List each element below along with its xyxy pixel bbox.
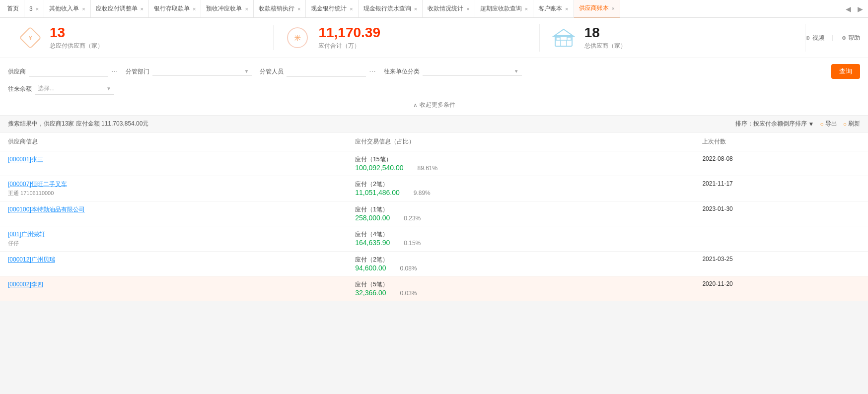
svg-text:米: 米 [294, 34, 301, 42]
wheat-icon: 米 [284, 24, 311, 52]
last-pay-cell [694, 226, 868, 252]
tab-overdue-ar[interactable]: 超期应收款查询 × [475, 0, 533, 18]
nav-prev-arrow[interactable]: ◀ [842, 0, 854, 18]
right-actions: 排序：按应付余额倒序排序 ▼ ○ 导出 ○ 刷新 [735, 120, 860, 128]
supplier-link[interactable]: [000100]本特勤油品有限公司 [8, 206, 85, 213]
supplier-link[interactable]: [000001]张三 [8, 156, 43, 163]
help-link[interactable]: ⊙ 帮助 [842, 34, 860, 42]
balance-placeholder: 选择... [38, 84, 55, 93]
sort-label[interactable]: 排序：按应付余额倒序排序 ▼ [735, 120, 814, 128]
dept-select[interactable]: ▼ [152, 67, 252, 76]
payable-percent: 0.03% [400, 290, 417, 297]
category-label: 往来单位分类 [384, 67, 420, 76]
payable-count: 应付（2笔） [355, 180, 686, 189]
supplier-link[interactable]: [001]广州荣轩 [8, 231, 45, 238]
main-content: 供应商信息 应付交易信息（占比） 上次付数 [000001]张三 应付（15笔）… [0, 132, 868, 394]
close-icon[interactable]: × [82, 6, 85, 12]
close-icon[interactable]: × [565, 6, 568, 12]
close-icon[interactable]: × [245, 6, 248, 12]
last-pay-date: 2020-11-20 [702, 280, 732, 287]
close-icon[interactable]: × [414, 6, 417, 12]
tab-customer-ledger[interactable]: 客户账本 × [533, 0, 574, 18]
summary-actions: ⊙ 视频 | ⊙ 帮助 [805, 34, 860, 42]
close-icon[interactable]: × [141, 6, 144, 12]
supplier-link[interactable]: [000012]广州贝瑞 [8, 256, 55, 263]
payable-amount: 258,000.00 [355, 214, 390, 222]
supplier-field: 供应商 ··· [8, 66, 118, 77]
supplier-link[interactable]: [000002]李四 [8, 281, 43, 288]
dept-field: 分管部门 ▼ [126, 67, 252, 76]
supplier-info-cell: [001]广州荣轩 仔仔 [0, 226, 347, 252]
supplier-more-icon[interactable]: ··· [111, 67, 118, 76]
payable-amount: 32,366.00 [355, 289, 386, 297]
payable-amount: 94,600.00 [355, 264, 386, 272]
close-icon[interactable]: × [36, 6, 39, 12]
category-select[interactable]: ▼ [423, 67, 522, 76]
svg-rect-6 [561, 40, 567, 46]
svg-rect-7 [556, 37, 560, 40]
person-input[interactable] [287, 66, 366, 77]
search-bar: 供应商 ··· 分管部门 ▼ 分管人员 ··· 往来单位分类 ▼ 查询 往来 [0, 58, 868, 116]
tab-cash-bank-stat[interactable]: 现金银行统计 × [306, 0, 358, 18]
collapse-button[interactable]: ∧ 收起更多条件 [413, 101, 455, 109]
top-navigation: 首页 3 × 其他收入单 × 应收应付调整单 × 银行存取款单 × 预收冲应收单… [0, 0, 868, 18]
last-pay-date: 2022-08-08 [702, 155, 732, 162]
category-field: 往来单位分类 ▼ [384, 67, 522, 76]
payable-amount: 11,051,486.00 [355, 189, 400, 197]
last-pay-cell: 2020-11-20 [694, 276, 868, 301]
nav-next-arrow[interactable]: ▶ [854, 0, 866, 18]
tab-receipt-exec[interactable]: 收款核销执行 × [254, 0, 306, 18]
close-icon[interactable]: × [297, 6, 300, 12]
supplier-input[interactable] [29, 66, 108, 77]
dept-chevron-icon: ▼ [244, 68, 249, 74]
payable-info-cell: 应付（5笔） 32,366.00 0.03% [347, 276, 694, 301]
tab-prepay-writeoff[interactable]: 预收冲应收单 × [201, 0, 253, 18]
payable-info-cell: 应付（1笔） 258,000.00 0.23% [347, 201, 694, 226]
payable-amount: 100,092,540.00 [355, 164, 403, 172]
person-more-icon[interactable]: ··· [369, 67, 375, 76]
export-button[interactable]: ○ 导出 [820, 120, 837, 128]
payable-supplier-label: 总应付供应商（家） [50, 42, 103, 50]
tab-home[interactable]: 首页 [2, 0, 24, 18]
close-icon[interactable]: × [350, 6, 353, 12]
supplier-label: 供应商 [8, 67, 26, 76]
supplier-link[interactable]: [000007]恒旺二手叉车 [8, 181, 67, 188]
tab-supplier-ledger[interactable]: 供应商账本 × [574, 0, 620, 18]
svg-rect-8 [567, 37, 571, 40]
payable-count: 应付（4笔） [355, 230, 686, 239]
last-pay-date: 2021-03-25 [702, 256, 732, 263]
payable-count: 应付（1笔） [355, 205, 686, 214]
table-row: [001]广州荣轩 仔仔 应付（4笔） 164,635.90 0.15% [0, 226, 868, 252]
balance-select[interactable]: 选择... ▼ [35, 83, 114, 95]
supplier-info-cell: [000002]李四 [0, 276, 347, 301]
export-icon: ○ [820, 121, 824, 128]
nav-arrows: ◀ ▶ [842, 0, 866, 18]
video-link[interactable]: ⊙ 视频 [805, 34, 824, 42]
close-icon[interactable]: × [466, 6, 469, 12]
close-icon[interactable]: × [193, 6, 196, 12]
tab-3[interactable]: 3 × [24, 0, 44, 18]
close-icon[interactable]: × [612, 5, 615, 11]
refresh-button[interactable]: ○ 刷新 [843, 120, 860, 128]
svg-text:¥: ¥ [28, 34, 32, 42]
summary-card-payable-suppliers: ¥ 13 总应付供应商（家） [8, 25, 274, 50]
supplier-sub-info: 仔仔 [8, 240, 339, 247]
store-icon [550, 24, 578, 52]
table-row: [000012]广州贝瑞 应付（2笔） 94,600.00 0.08% 2021… [0, 252, 868, 276]
payable-supplier-count: 13 [50, 26, 103, 40]
summary-card-total-amount: 米 11,170.39 应付合计（万） [274, 24, 539, 52]
table-header: 供应商信息 应付交易信息（占比） 上次付数 [0, 132, 868, 151]
tab-bank-deposit[interactable]: 银行存取款单 × [149, 0, 201, 18]
table-row: [000001]张三 应付（15笔） 100,092,540.00 89.61%… [0, 151, 868, 176]
close-icon[interactable]: × [525, 6, 528, 12]
query-button[interactable]: 查询 [831, 64, 860, 79]
payable-percent: 9.89% [414, 190, 431, 197]
tab-receipt-stat[interactable]: 收款情况统计 × [423, 0, 475, 18]
result-bar: 搜索结果中，供应商13家 应付金额 111,703,854.00元 排序：按应付… [0, 116, 868, 132]
tab-other-income[interactable]: 其他收入单 × [44, 0, 90, 18]
sort-chevron-icon: ▼ [808, 121, 814, 128]
supplier-table: 供应商信息 应付交易信息（占比） 上次付数 [000001]张三 应付（15笔）… [0, 132, 868, 301]
tab-cash-bank-flow[interactable]: 现金银行流水查询 × [359, 0, 423, 18]
tab-ar-ap-adjust[interactable]: 应收应付调整单 × [91, 0, 149, 18]
supplier-info-cell: [000100]本特勤油品有限公司 [0, 201, 347, 226]
